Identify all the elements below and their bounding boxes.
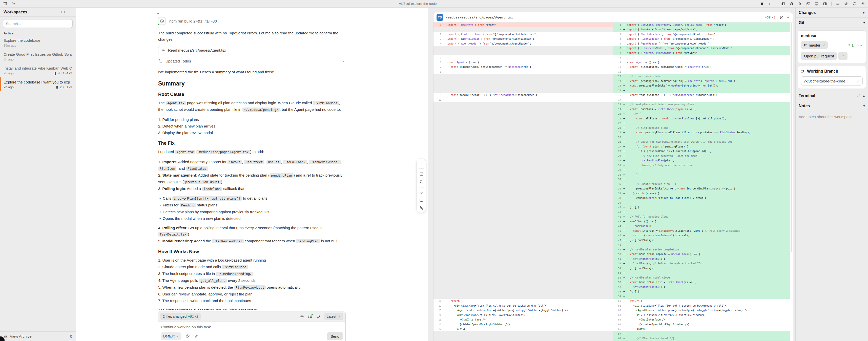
diff-mode-toggle-icon[interactable]	[780, 16, 784, 20]
dots-icon[interactable]	[419, 161, 424, 165]
diff-spacer-row	[433, 51, 613, 55]
gear-icon[interactable]	[861, 2, 865, 6]
diff-spacer-row	[433, 163, 613, 168]
chat-scroll-area[interactable]: npm run build 2>&1 | tail -80The build c…	[76, 8, 428, 310]
diff-spacer-row	[433, 186, 613, 191]
chevron-down-icon	[841, 54, 844, 57]
layers-icon[interactable]	[61, 10, 65, 14]
diff-spacer-row	[433, 149, 613, 154]
terminal-icon	[160, 19, 164, 23]
tool-call-label: Read medusa/src/pages/Agent.tsx	[168, 48, 226, 52]
main-layout: Workspaces Search... Active Explore the …	[0, 8, 868, 341]
list-item: 2.Detect when a new plan arrives	[158, 123, 345, 129]
inline-code: ~/.medusa/pending/	[242, 107, 280, 112]
changes-section-header[interactable]: Changes▸	[796, 8, 868, 18]
terminal-section-header[interactable]: Terminal ▸	[796, 91, 868, 101]
tool-call-terminal[interactable]: npm run build 2>&1 | tail -80	[158, 17, 345, 25]
workspace-item[interactable]: Create Good First Issues on Github So p6…	[0, 50, 76, 63]
notes-placeholder[interactable]: Add notes about this workspace...	[796, 111, 868, 122]
notes-section-header[interactable]: Notes▾	[796, 101, 868, 111]
composer: 2 files changed +61 -3 Latest	[158, 311, 346, 341]
play-icon[interactable]	[419, 191, 424, 195]
chat-panel: npm run build 2>&1 | tail -80The build c…	[76, 8, 428, 341]
list-item: 4.Polling effect: Set up a polling inter…	[158, 225, 345, 238]
add-workspace-icon[interactable]	[68, 10, 72, 14]
workspace-item[interactable]: Explore the codebase I want you to exp7h…	[0, 78, 76, 91]
view-archive-row[interactable]: View Archive 0	[0, 331, 76, 341]
moon-icon[interactable]	[789, 2, 794, 6]
workspace-item[interactable]: Explore the codebase35m ago	[0, 36, 76, 50]
send-button[interactable]: Send	[327, 332, 343, 340]
search-input[interactable]: Search...	[3, 19, 73, 28]
working-branch-input[interactable]: vk/3ccf-explore-the-code	[801, 76, 863, 86]
menu-icon[interactable]	[836, 2, 840, 6]
diff-spacer-row	[433, 107, 613, 112]
branch-dropdown[interactable]: master	[801, 41, 828, 49]
copy-icon[interactable]	[419, 180, 424, 184]
diff-spacer-row	[433, 140, 613, 145]
diff-row: 30+ setPendingPlan(plan);	[613, 158, 793, 163]
repo-name: medusa	[801, 34, 863, 38]
composer-footer: Default Send	[158, 331, 345, 341]
pause-icon[interactable]	[760, 2, 764, 6]
mega-icon[interactable]	[844, 2, 848, 6]
help-icon[interactable]	[852, 2, 857, 6]
diff-spacer-row	[433, 121, 613, 126]
message-input[interactable]: Continue working on this task...	[158, 321, 345, 331]
files-changed-pill[interactable]: 2 files changed +61 -3	[160, 313, 201, 320]
monitor-icon[interactable]	[815, 2, 819, 6]
arrow-up-icon	[847, 43, 851, 47]
expand-icon[interactable]	[857, 94, 861, 98]
diff-spacer-row	[433, 228, 613, 233]
inline-code: loadPlans	[202, 187, 222, 191]
pr-dropdown-button[interactable]	[838, 52, 847, 60]
title-bar: vk/3ccf-explore-the-code	[0, 0, 868, 8]
assistant-paragraph: The Agent.tsx page was missing all plan …	[158, 100, 345, 113]
workspace-item[interactable]: Install and integrate Vibe Kanban Web C7…	[0, 63, 76, 78]
spark-icon[interactable]	[300, 314, 304, 318]
tool-call-chip[interactable]: Read medusa/src/pages/Agent.tsx	[158, 46, 229, 54]
more-actions-icon[interactable]: ⋯	[858, 43, 863, 48]
subsection-heading: How It Works Now	[158, 249, 345, 254]
chevron-down-icon[interactable]	[342, 59, 345, 63]
chevsup-icon[interactable]	[768, 2, 772, 6]
open-pull-request-button[interactable]: Open pull request	[801, 52, 837, 60]
diff-scrollbar[interactable]	[790, 23, 793, 341]
diff-row: 52+ loadPlans(); // Refresh to update tr…	[613, 261, 793, 266]
diff-row: 68+ {/* Plan Review Modal */}	[613, 336, 793, 341]
list-item: 1.Poll for pending plans	[158, 116, 345, 123]
diff-spacer-row	[433, 79, 613, 84]
mode-dropdown[interactable]: Default	[161, 332, 181, 340]
diff-row: 3import { ChatInterface } from "@/compon…	[613, 32, 793, 37]
collapse-diff-icon[interactable]	[786, 16, 790, 19]
attach-icon[interactable]	[185, 334, 190, 338]
diff-row: 18+ // Load plans and detect new pending…	[613, 102, 793, 107]
version-dropdown[interactable]: Latest	[324, 313, 343, 320]
todos-row[interactable]: Updated Todos	[158, 59, 345, 63]
monitor-icon[interactable]	[419, 198, 424, 203]
git-icon[interactable]	[798, 2, 802, 6]
git-section-header[interactable]: Git▾	[796, 18, 868, 28]
diff-spacer-row	[433, 74, 613, 79]
nodiff-icon[interactable]	[419, 172, 424, 176]
list-item: 4.The Agent page polls get_all_plans eve…	[158, 277, 345, 284]
panelright-icon[interactable]	[823, 2, 827, 6]
file-icon	[56, 86, 59, 89]
panelleft-icon[interactable]	[781, 2, 785, 6]
inline-code: TaskDetail.tsx	[158, 232, 188, 237]
chevron-right-icon: ▸	[863, 94, 865, 98]
terminal-icon[interactable]	[806, 2, 810, 6]
git-icon[interactable]	[419, 206, 424, 210]
diff-spacer-row	[433, 116, 613, 121]
diff-spacer-row	[433, 238, 613, 243]
diff-header[interactable]: TS /medusa/medusa/src/pages/Agent.tsx +5…	[433, 12, 793, 23]
archive-icon[interactable]	[3, 2, 7, 6]
diff-row: 65 {sidebarOpen && <RightSidebar />}	[613, 322, 793, 327]
diff-spacer-row	[433, 130, 613, 135]
draw-icon[interactable]	[194, 334, 199, 338]
working-branch-card: Working Branch vk/3ccf-explore-the-code	[798, 66, 866, 89]
todos-status-icon[interactable]	[308, 314, 312, 318]
divider	[831, 2, 832, 6]
diff-row: 61 <div className="flex flex-col h-scree…	[613, 303, 793, 308]
sign-out-icon[interactable]	[11, 2, 16, 6]
